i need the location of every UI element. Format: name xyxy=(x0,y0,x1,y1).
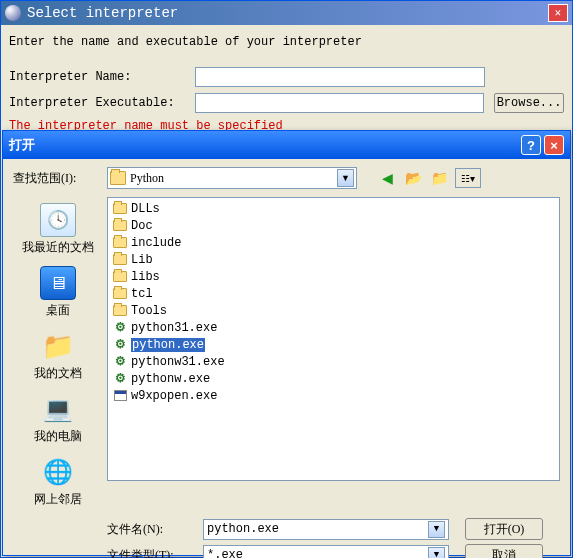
python-exe-icon: ⚙ xyxy=(112,337,128,352)
interpreter-exec-label: Interpreter Executable: xyxy=(9,96,195,110)
close-icon[interactable]: × xyxy=(544,135,564,155)
back-icon[interactable]: ◀ xyxy=(377,168,397,188)
folder-icon xyxy=(112,286,128,301)
file-item[interactable]: ⚙python31.exe xyxy=(110,319,557,336)
file-dialog-title: 打开 xyxy=(9,136,35,154)
file-item[interactable]: DLLs xyxy=(110,200,557,217)
computer-icon xyxy=(40,392,76,426)
documents-icon xyxy=(40,329,76,363)
file-item[interactable]: ⚙pythonw31.exe xyxy=(110,353,557,370)
folder-icon xyxy=(112,303,128,318)
chevron-down-icon[interactable]: ▼ xyxy=(428,521,445,538)
file-name: Tools xyxy=(131,304,167,318)
file-item[interactable]: libs xyxy=(110,268,557,285)
places-computer[interactable]: 我的电脑 xyxy=(18,388,98,449)
file-name: Lib xyxy=(131,253,153,267)
file-name: include xyxy=(131,236,181,250)
recent-documents-icon xyxy=(40,203,76,237)
browse-button[interactable]: Browse... xyxy=(494,93,564,113)
folder-icon xyxy=(112,218,128,233)
folder-icon xyxy=(112,235,128,250)
file-list[interactable]: DLLsDocincludeLiblibstclTools⚙python31.e… xyxy=(107,197,560,481)
network-icon xyxy=(40,455,76,489)
interpreter-name-input[interactable] xyxy=(195,67,485,87)
folder-icon xyxy=(112,201,128,216)
places-bar: 我最近的文档 桌面 我的文档 我的电脑 网上邻居 xyxy=(13,197,103,512)
filetype-label: 文件类型(T): xyxy=(107,547,203,559)
file-name: pythonw.exe xyxy=(131,372,210,386)
file-item[interactable]: Tools xyxy=(110,302,557,319)
folder-icon xyxy=(112,269,128,284)
file-name: DLLs xyxy=(131,202,160,216)
file-dialog-titlebar: 打开 ? × xyxy=(3,131,570,159)
exe-icon xyxy=(112,388,128,403)
file-item[interactable]: include xyxy=(110,234,557,251)
file-name: w9xpopen.exe xyxy=(131,389,217,403)
file-name: python31.exe xyxy=(131,321,217,335)
file-name: tcl xyxy=(131,287,153,301)
help-icon[interactable]: ? xyxy=(521,135,541,155)
close-icon[interactable]: × xyxy=(548,4,568,22)
eclipse-icon xyxy=(5,5,21,21)
filename-input[interactable]: python.exe ▼ xyxy=(203,519,449,540)
eclipse-body: Enter the name and executable of your in… xyxy=(1,25,572,143)
eclipse-titlebar: Select interpreter × xyxy=(1,1,572,25)
desktop-icon xyxy=(40,266,76,300)
python-exe-icon: ⚙ xyxy=(112,320,128,335)
filetype-combo[interactable]: *.exe ▼ xyxy=(203,545,449,559)
open-button[interactable]: 打开(O) xyxy=(465,518,543,540)
python-exe-icon: ⚙ xyxy=(112,371,128,386)
file-name: python.exe xyxy=(131,338,205,352)
python-exe-icon: ⚙ xyxy=(112,354,128,369)
places-recent[interactable]: 我最近的文档 xyxy=(18,199,98,260)
instruction-text: Enter the name and executable of your in… xyxy=(9,35,564,49)
file-open-dialog: 打开 ? × 查找范围(I): Python ▼ ◀ 📂 📁 ☷▾ 我 xyxy=(2,130,571,556)
look-in-value: Python xyxy=(130,171,164,186)
interpreter-exec-input[interactable] xyxy=(195,93,484,113)
filename-label: 文件名(N): xyxy=(107,521,203,538)
cancel-button[interactable]: 取消 xyxy=(465,544,543,558)
places-desktop[interactable]: 桌面 xyxy=(18,262,98,323)
file-item[interactable]: ⚙pythonw.exe xyxy=(110,370,557,387)
new-folder-icon[interactable]: 📁 xyxy=(429,168,449,188)
look-in-label: 查找范围(I): xyxy=(13,170,101,187)
file-item[interactable]: w9xpopen.exe xyxy=(110,387,557,404)
chevron-down-icon[interactable]: ▼ xyxy=(428,547,445,559)
file-name: libs xyxy=(131,270,160,284)
file-item[interactable]: Lib xyxy=(110,251,557,268)
places-network[interactable]: 网上邻居 xyxy=(18,451,98,512)
file-item[interactable]: tcl xyxy=(110,285,557,302)
interpreter-name-label: Interpreter Name: xyxy=(9,70,195,84)
file-item[interactable]: Doc xyxy=(110,217,557,234)
file-name: Doc xyxy=(131,219,153,233)
file-name: pythonw31.exe xyxy=(131,355,225,369)
look-in-combo[interactable]: Python ▼ xyxy=(107,167,357,189)
view-menu-icon[interactable]: ☷▾ xyxy=(455,168,481,188)
places-mydocs[interactable]: 我的文档 xyxy=(18,325,98,386)
eclipse-title: Select interpreter xyxy=(27,5,178,21)
up-one-level-icon[interactable]: 📂 xyxy=(403,168,423,188)
folder-icon xyxy=(112,252,128,267)
file-item[interactable]: ⚙python.exe xyxy=(110,336,557,353)
chevron-down-icon[interactable]: ▼ xyxy=(337,169,354,187)
folder-icon xyxy=(110,171,126,185)
